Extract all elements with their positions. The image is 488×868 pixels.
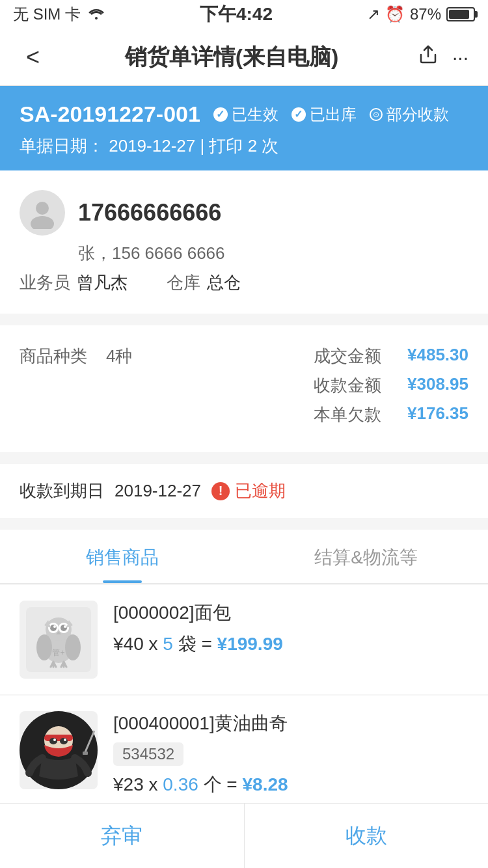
product-thumbnail-1: 管+ bbox=[20, 601, 98, 679]
nav-bar: < 销货单详情(来自电脑) ··· bbox=[0, 29, 488, 86]
cancel-button[interactable]: 弃审 bbox=[0, 804, 245, 868]
status-bar-right: ↗ ⏰ 87% bbox=[367, 5, 475, 23]
due-date-section: 收款到期日 2019-12-27 ! 已逾期 bbox=[0, 464, 488, 518]
order-header: SA-20191227-001 ✓ 已生效 ✓ 已出库 ⊙ 部分收款 单据日期：… bbox=[0, 86, 488, 170]
list-item: [000400001]黄油曲奇 534532 ¥23 x 0.36 个 = ¥8… bbox=[0, 696, 488, 813]
status-badge-active: ✓ 已生效 bbox=[213, 104, 278, 125]
warehouse-item: 仓库 总仓 bbox=[167, 271, 241, 294]
tab-sales-products[interactable]: 销售商品 bbox=[0, 530, 244, 583]
due-label: 收款到期日 bbox=[20, 480, 104, 502]
staff-name: 曾凡杰 bbox=[77, 271, 128, 294]
wifi-icon bbox=[87, 5, 105, 23]
customer-section: 17666666666 张，156 6666 6666 业务员 曾凡杰 仓库 总… bbox=[0, 170, 488, 314]
divider-2 bbox=[0, 454, 488, 464]
amount-label: 成交金额 bbox=[314, 345, 381, 368]
print-suffix: 次 bbox=[262, 136, 278, 156]
svg-point-23 bbox=[64, 739, 66, 741]
bottom-bar: 弃审 收款 bbox=[0, 803, 488, 868]
received-value: ¥308.95 bbox=[407, 374, 468, 397]
status-bar-left: 无 SIM 卡 bbox=[13, 4, 105, 25]
amount-row: 成交金额 ¥485.30 bbox=[314, 345, 468, 368]
staff-item: 业务员 曾凡杰 bbox=[20, 271, 128, 294]
overdue-icon: ! bbox=[211, 482, 230, 500]
product-price-1: ¥40 x 5 袋 = ¥199.99 bbox=[113, 632, 468, 657]
battery-icon bbox=[446, 7, 475, 21]
location-icon: ↗ bbox=[367, 5, 380, 23]
divider-3 bbox=[0, 519, 488, 530]
print-count: 2 bbox=[248, 136, 257, 156]
summary-right: 成交金额 ¥485.30 收款金额 ¥308.95 本单欠款 ¥176.35 bbox=[314, 345, 468, 433]
divider-1 bbox=[0, 315, 488, 325]
status-badge-partial: ⊙ 部分收款 bbox=[370, 104, 449, 125]
debt-value: ¥176.35 bbox=[407, 403, 468, 426]
staff-label: 业务员 bbox=[20, 271, 70, 294]
alarm-icon: ⏰ bbox=[385, 5, 405, 23]
confirm-button[interactable]: 收款 bbox=[245, 804, 489, 868]
tab-settlement[interactable]: 结算&物流等 bbox=[244, 530, 488, 583]
category-item: 商品种类 4种 bbox=[20, 345, 132, 368]
nav-actions: ··· bbox=[417, 44, 468, 70]
customer-phone: 17666666666 bbox=[78, 199, 221, 226]
product-price-2: ¥23 x 0.36 个 = ¥8.28 bbox=[113, 772, 468, 797]
svg-point-1 bbox=[31, 216, 54, 229]
product-name-2: [000400001]黄油曲奇 bbox=[113, 711, 468, 736]
received-row: 收款金额 ¥308.95 bbox=[314, 374, 468, 397]
overdue-badge: ! 已逾期 bbox=[211, 480, 286, 502]
share-button[interactable] bbox=[417, 44, 439, 70]
category-value: 4种 bbox=[106, 346, 132, 366]
carrier-label: 无 SIM 卡 bbox=[13, 4, 81, 25]
check-icon-2: ✓ bbox=[291, 107, 306, 122]
debt-label: 本单欠款 bbox=[314, 403, 381, 426]
received-label: 收款金额 bbox=[314, 374, 381, 397]
date-label: 单据日期： bbox=[20, 136, 104, 156]
svg-point-0 bbox=[36, 202, 49, 215]
svg-point-20 bbox=[49, 738, 57, 744]
list-item: 管+ [0000002]面包 ¥40 x 5 袋 = ¥199.99 bbox=[0, 585, 488, 694]
tabs-section: 销售商品 结算&物流等 bbox=[0, 530, 488, 584]
svg-point-21 bbox=[60, 738, 68, 744]
product-info-1: [0000002]面包 ¥40 x 5 袋 = ¥199.99 bbox=[113, 601, 468, 657]
product-info-2: [000400001]黄油曲奇 534532 ¥23 x 0.36 个 = ¥8… bbox=[113, 711, 468, 797]
more-button[interactable]: ··· bbox=[452, 46, 468, 68]
svg-point-22 bbox=[53, 739, 56, 741]
amount-value: ¥485.30 bbox=[407, 345, 468, 368]
customer-name: 张，156 6666 6666 bbox=[20, 242, 468, 265]
due-date: 2019-12-27 bbox=[115, 481, 201, 501]
clock-icon: ⊙ bbox=[370, 108, 383, 121]
svg-rect-25 bbox=[83, 752, 88, 755]
summary-left: 商品种类 4种 bbox=[20, 345, 132, 372]
svg-point-7 bbox=[53, 625, 56, 628]
print-label: | 打印 bbox=[200, 136, 243, 156]
status-bar-time: 下午4:42 bbox=[200, 2, 273, 27]
product-list: 管+ [0000002]面包 ¥40 x 5 袋 = ¥199.99 bbox=[0, 585, 488, 813]
battery-label: 87% bbox=[410, 5, 441, 23]
svg-point-10 bbox=[64, 625, 66, 628]
category-label: 商品种类 bbox=[20, 346, 87, 366]
svg-rect-19 bbox=[44, 735, 73, 741]
svg-point-6 bbox=[50, 625, 57, 631]
order-id: SA-20191227-001 bbox=[20, 102, 200, 127]
status-bar: 无 SIM 卡 下午4:42 ↗ ⏰ 87% bbox=[0, 0, 488, 29]
status-badge-shipped: ✓ 已出库 bbox=[291, 104, 357, 125]
svg-point-14 bbox=[36, 634, 52, 660]
back-button[interactable]: < bbox=[20, 37, 46, 77]
customer-meta: 业务员 曾凡杰 仓库 总仓 bbox=[20, 271, 468, 294]
avatar bbox=[20, 190, 65, 236]
product-name-1: [0000002]面包 bbox=[113, 601, 468, 625]
product-thumbnail-2 bbox=[20, 711, 98, 789]
warehouse-label: 仓库 bbox=[167, 271, 200, 294]
svg-point-15 bbox=[65, 634, 81, 660]
order-date-row: 单据日期： 2019-12-27 | 打印 2 次 bbox=[20, 135, 468, 157]
product-sku-2: 534532 bbox=[113, 742, 183, 766]
svg-point-9 bbox=[61, 625, 67, 631]
warehouse-name: 总仓 bbox=[207, 271, 241, 294]
debt-row: 本单欠款 ¥176.35 bbox=[314, 403, 468, 426]
svg-text:管+: 管+ bbox=[52, 648, 64, 657]
summary-section: 商品种类 4种 成交金额 ¥485.30 收款金额 ¥308.95 本单欠款 ¥… bbox=[0, 325, 488, 452]
order-date: 2019-12-27 bbox=[109, 136, 195, 156]
page-title: 销货单详情(来自电脑) bbox=[125, 42, 339, 72]
check-icon: ✓ bbox=[213, 107, 228, 122]
overdue-text: 已逾期 bbox=[235, 480, 286, 502]
